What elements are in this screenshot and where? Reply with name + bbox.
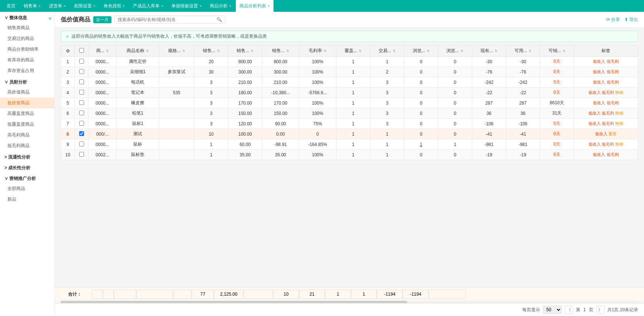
sidebar-item-high-coverage[interactable]: 高覆盖度商品 <box>0 108 54 119</box>
share-button[interactable]: ⟳ 分享 <box>606 17 620 23</box>
row-sales-amount: 60.00 <box>228 139 262 150</box>
row-select-checkbox[interactable] <box>79 69 84 74</box>
sidebar-item-inventory-products[interactable]: 有库存的商品 <box>0 55 54 65</box>
sidebar-item-low-value[interactable]: 低价值商品 <box>0 98 54 108</box>
close-icon[interactable]: × <box>268 4 270 8</box>
row-view1[interactable]: 0 <box>404 119 438 129</box>
row-checkbox[interactable] <box>75 98 88 108</box>
row-select-checkbox[interactable] <box>79 100 84 105</box>
close-icon[interactable]: × <box>38 4 41 8</box>
col-trade[interactable]: 交易...⇅ <box>370 45 404 57</box>
sidebar-item-all-products[interactable]: 全部商品 <box>0 183 54 194</box>
row-checkbox[interactable] <box>75 129 88 139</box>
select-all-checkbox[interactable] <box>79 48 84 53</box>
row-checkbox[interactable] <box>75 108 88 119</box>
col-coverage[interactable]: 覆盖...⇅ <box>336 45 370 57</box>
next-page-button[interactable]: 〉 <box>596 306 604 314</box>
nav-product-analysis[interactable]: 商品分析 × <box>206 0 235 12</box>
row-view2: 0 <box>438 108 472 119</box>
col-current-stock[interactable]: 现有...⇅ <box>472 45 506 57</box>
tag-badge: 低毛利 <box>602 142 614 146</box>
row-checkbox[interactable] <box>75 119 88 129</box>
data-table: ⚙ 商...⇅ 商品名称⇅ 规格...⇅ 销售...⇅ 销售...⇅ 销售...… <box>61 45 638 160</box>
nav-template-settings[interactable]: 单据模板设置 × <box>168 0 205 12</box>
row-view1[interactable]: 1 <box>404 139 438 150</box>
col-checkbox[interactable] <box>75 45 88 57</box>
row-view1[interactable]: 0 <box>404 77 438 88</box>
row-checkbox[interactable] <box>75 139 88 150</box>
col-margin[interactable]: 毛利率⇅ <box>299 45 336 57</box>
prev-page-button[interactable]: 〈 <box>565 306 573 314</box>
nav-permission-settings[interactable]: 权限设置 × <box>70 0 99 12</box>
row-current-stock: -22 <box>472 88 506 98</box>
col-spec[interactable]: 规格...⇅ <box>159 45 194 57</box>
row-view1[interactable]: 0 <box>404 88 438 98</box>
sidebar-item-inventory-capital[interactable]: 库存资金占用 <box>0 65 54 76</box>
col-settings[interactable]: ⚙ <box>61 45 75 57</box>
search-icon[interactable]: 🔍 <box>217 17 222 22</box>
tag-badge: 低收入 <box>593 152 605 157</box>
row-select-checkbox[interactable] <box>79 59 84 64</box>
row-select-checkbox[interactable] <box>79 79 84 84</box>
sidebar-item-high-margin[interactable]: 高毛利商品 <box>0 130 54 140</box>
nav-sales-order[interactable]: 销售单 × <box>20 0 44 12</box>
nav-role-auth[interactable]: 角色授权 × <box>100 0 129 12</box>
row-checkbox[interactable] <box>75 77 88 88</box>
sidebar-item-sales-products[interactable]: 销售类商品 <box>0 23 54 33</box>
close-icon[interactable]: × <box>93 4 95 8</box>
table-container[interactable]: ⚙ 商...⇅ 商品名称⇅ 规格...⇅ 销售...⇅ 销售...⇅ 销售...… <box>55 45 644 287</box>
col-sales2[interactable]: 销售...⇅ <box>228 45 262 57</box>
row-view1[interactable]: 0 <box>404 150 438 160</box>
close-icon[interactable]: × <box>123 4 125 8</box>
nav-purchase-order[interactable]: 进货单 × <box>45 0 70 12</box>
row-name: 电话机 <box>117 77 159 88</box>
page-size-select[interactable]: 50 100 <box>543 306 562 314</box>
export-button[interactable]: ⬆ 导出 <box>624 17 638 23</box>
sidebar-item-low-margin[interactable]: 低毛利商品 <box>0 140 54 151</box>
row-view1[interactable]: 0 <box>404 67 438 77</box>
row-checkbox[interactable] <box>75 150 88 160</box>
col-code[interactable]: 商...⇅ <box>88 45 116 57</box>
row-checkbox[interactable] <box>75 67 88 77</box>
sidebar-item-new-products[interactable]: 新品 <box>0 194 54 205</box>
sidebar-item-traded-products[interactable]: 交易过的商品 <box>0 33 54 44</box>
row-view1[interactable]: 0 <box>404 108 438 119</box>
search-input[interactable] <box>118 17 215 22</box>
row-select-checkbox[interactable] <box>79 121 84 126</box>
sidebar-item-high-value[interactable]: 高价值商品 <box>0 87 54 98</box>
row-saleable-days: 0天 <box>540 150 574 160</box>
row-view1[interactable]: 0 <box>404 57 438 67</box>
row-select-checkbox[interactable] <box>79 152 84 157</box>
nav-finished-goods[interactable]: 产成品入库单 × <box>129 0 167 12</box>
row-checkbox[interactable] <box>75 57 88 67</box>
close-icon[interactable]: × <box>161 4 163 8</box>
row-select-checkbox[interactable] <box>79 111 84 115</box>
row-select-checkbox[interactable] <box>79 131 84 136</box>
sidebar-item-category-rate[interactable]: 商品分类助销率 <box>0 44 54 55</box>
row-select-checkbox[interactable] <box>79 142 84 146</box>
time-filter-button[interactable]: 近一月 <box>93 16 111 23</box>
row-view1[interactable]: 0 <box>404 129 438 139</box>
sidebar-group-title-growth[interactable]: > 成长性分析 <box>0 162 54 173</box>
sidebar-group-title-flow[interactable]: > 流通性分析 <box>0 151 54 162</box>
close-icon[interactable]: × <box>229 4 231 8</box>
row-trade-count: 3 <box>370 88 404 98</box>
collapse-button[interactable]: « <box>48 15 51 21</box>
col-saleable-stock[interactable]: 可销...⇅ <box>540 45 574 57</box>
col-view1[interactable]: 浏览...⇅ <box>404 45 438 57</box>
close-icon[interactable]: × <box>199 4 202 8</box>
search-box[interactable]: 🔍 <box>114 16 225 24</box>
col-sales3[interactable]: 销售...⇅ <box>262 45 299 57</box>
col-sales1[interactable]: 销售...⇅ <box>194 45 228 57</box>
row-view1[interactable]: 0 <box>404 98 438 108</box>
nav-home[interactable]: 首页 <box>3 0 19 12</box>
nav-product-analysis-list[interactable]: 商品分析列表 × <box>236 0 274 12</box>
browse-link[interactable]: 1 <box>420 142 422 147</box>
col-name[interactable]: 商品名称⇅ <box>117 45 159 57</box>
row-select-checkbox[interactable] <box>79 90 84 95</box>
col-available-stock[interactable]: 可用...⇅ <box>506 45 540 57</box>
close-icon[interactable]: × <box>64 4 66 8</box>
col-view2[interactable]: 浏览...⇅ <box>438 45 472 57</box>
sidebar-item-low-coverage[interactable]: 低覆盖度商品 <box>0 119 54 130</box>
row-checkbox[interactable] <box>75 88 88 98</box>
